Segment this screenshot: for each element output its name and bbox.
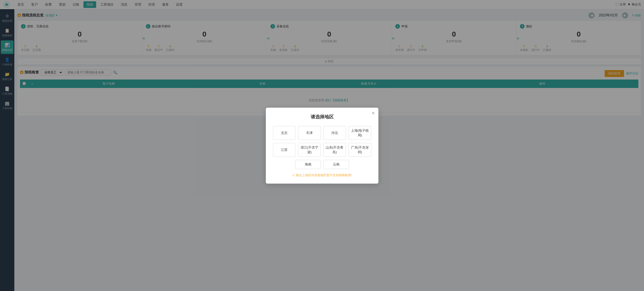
region-grid-row3: 海南 云南 [273, 160, 371, 169]
dialog-close-button[interactable]: ✕ [372, 111, 375, 116]
dialog-title: 请选择地区 [273, 114, 371, 120]
region-btn-guangdong[interactable]: 广东(不含深圳) [348, 143, 371, 157]
region-btn-jiangsu[interactable]: 江苏 [273, 143, 296, 157]
region-btn-hainan[interactable]: 海南 [295, 160, 321, 169]
region-btn-tianjin[interactable]: 天津 [298, 126, 321, 140]
region-btn-shanghai[interactable]: 上海(电子税局) [348, 126, 371, 140]
region-btn-yunnan[interactable]: 云南 [323, 160, 349, 169]
region-btn-hebei[interactable]: 河北 [323, 126, 346, 140]
region-btn-beijing[interactable]: 北京 [273, 126, 296, 140]
modal-overlay[interactable]: ✕ 请选择地区 北京 天津 河北 上海(电子税局) 江苏 浙江(不含宁波) 山东… [0, 0, 644, 291]
region-grid-row2: 江苏 浙江(不含宁波) 山东(不含青岛) 广东(不含深圳) [273, 143, 371, 157]
warning-icon: ⚠ [292, 173, 295, 177]
region-btn-shandong[interactable]: 山东(不含青岛) [323, 143, 346, 157]
warning-text: ⚠ 除以上地区外其他地区暂不支持报税检查! [273, 173, 371, 177]
region-btn-zhejiang[interactable]: 浙江(不含宁波) [298, 143, 321, 157]
region-dialog: ✕ 请选择地区 北京 天津 河北 上海(电子税局) 江苏 浙江(不含宁波) 山东… [266, 108, 378, 184]
region-grid-row1: 北京 天津 河北 上海(电子税局) [273, 126, 371, 140]
